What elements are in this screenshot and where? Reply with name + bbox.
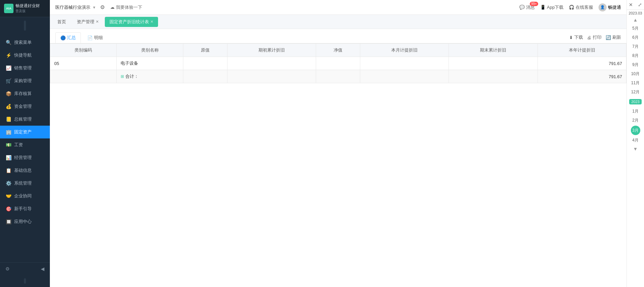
cell-net (316, 57, 360, 70)
sidebar-item-label: 系统管理 (14, 180, 32, 186)
sidebar-item-app-center[interactable]: 🔲 应用中心 (0, 215, 50, 228)
cell-original (183, 57, 227, 70)
subtotal-original (183, 70, 227, 83)
right-panel-expand-icon[interactable]: ⤢ (638, 2, 642, 7)
refresh-label: 刷新 (612, 34, 621, 40)
sidebar-item-search[interactable]: 🔍 搜索菜单 (0, 36, 50, 49)
print-button[interactable]: 🖨 打印 (587, 34, 602, 40)
month-item[interactable]: 2月 (631, 116, 640, 125)
panel-up-icon[interactable]: ▲ (632, 16, 639, 24)
col-name: 类别名称 (116, 44, 183, 57)
tab-label: 首页 (57, 19, 66, 25)
operations-icon: 📊 (5, 155, 11, 161)
summary-tab-icon: 🔵 (60, 35, 66, 40)
sidebar-item-purchase[interactable]: 🛒 采购管理 (0, 74, 50, 87)
main-area: 医疗器械行业演示 ▼ ⚙ ☁ 我要体验一下 💬 消息 99+ 📱 App下载 🎧… (50, 0, 626, 287)
sidebar-item-quick-nav[interactable]: ⚡ 快捷导航 (0, 49, 50, 62)
customer-service-icon: 🎧 (569, 5, 574, 10)
search-icon: 🔍 (5, 39, 11, 45)
enterprise-icon: 🤝 (5, 193, 11, 199)
col-monthly: 本月计提折旧 (360, 44, 449, 57)
topbar-settings-icon[interactable]: ⚙ (100, 4, 105, 10)
messages-badge: 99+ (530, 2, 538, 6)
messages-button[interactable]: 💬 消息 99+ (519, 4, 535, 10)
company-dropdown-icon: ▼ (92, 5, 96, 9)
month-item[interactable]: 7月 (631, 42, 640, 51)
tab-close-icon[interactable]: ✕ (96, 20, 99, 24)
sidebar-scrollbar-down[interactable] (24, 278, 26, 284)
month-item[interactable]: 4月 (631, 136, 640, 145)
tab-home[interactable]: 首页 (53, 17, 71, 27)
print-icon: 🖨 (587, 35, 591, 40)
ledger-icon: 📒 (5, 116, 11, 122)
month-item[interactable]: 5月 (631, 24, 640, 33)
sidebar-header: AtA 畅捷通好业财 普及版 (0, 0, 50, 17)
sidebar-scrollbar-up[interactable] (24, 21, 26, 31)
user-menu[interactable]: 👤 畅捷通 (599, 3, 621, 11)
username-label: 畅捷通 (608, 4, 621, 10)
user-avatar: 👤 (599, 3, 607, 11)
month-item[interactable]: 6月 (631, 33, 640, 42)
app-download-button[interactable]: 📱 App下载 (540, 4, 563, 10)
sidebar-item-basic-info[interactable]: 📋 基础信息 (0, 164, 50, 177)
experience-button[interactable]: ☁ 我要体验一下 (110, 4, 142, 10)
cell-annual: 791.67 (538, 57, 626, 70)
month-item[interactable]: 1月 (631, 107, 640, 116)
company-selector[interactable]: 医疗器械行业演示 ▼ (55, 4, 96, 10)
month-item[interactable]: 10月 (631, 69, 640, 78)
sidebar-item-label: 采购管理 (14, 78, 32, 84)
subtotal-net (316, 70, 360, 83)
tab-asset-mgmt[interactable]: 资产管理✕ (72, 17, 103, 27)
refresh-button[interactable]: 🔄 刷新 (606, 34, 621, 40)
depreciation-table: 类别编码 类别名称 原值 期初累计折旧 净值 本月计提折旧 期末累计折旧 本年计… (50, 43, 626, 83)
sidebar-item-label: 总账管理 (14, 116, 32, 122)
tab-label: 资产管理 (77, 19, 94, 25)
logo-icon: AtA (4, 4, 13, 13)
cell-code: 05 (50, 57, 117, 70)
right-panel-close-icon[interactable]: ✕ (629, 2, 633, 7)
collapse-icon[interactable]: ◀ (41, 266, 44, 272)
col-initial-accum: 期初累计折旧 (227, 44, 316, 57)
right-panel-content: 2023.03 ▲ 5月6月7月8月9月10月11月12月 2023 1月2月3… (627, 10, 644, 287)
sidebar-item-sales[interactable]: 📈 销售管理 (0, 62, 50, 74)
settings-icon[interactable]: ⚙ (5, 266, 10, 272)
basic-info-icon: 📋 (5, 167, 11, 173)
sidebar-item-guide[interactable]: 🎯 新手引导 (0, 202, 50, 215)
current-month-item[interactable]: 3月 (631, 126, 640, 135)
tab-close-icon[interactable]: ✕ (150, 20, 153, 24)
sidebar-item-fixed-assets[interactable]: 🏢 固定资产 (0, 126, 50, 138)
year-tag[interactable]: 2023 (629, 99, 641, 104)
download-button[interactable]: ⬇ 下载 (569, 34, 583, 40)
tab-summary[interactable]: 🔵 汇总 (55, 32, 81, 43)
customer-service-button[interactable]: 🎧 在线客服 (569, 4, 593, 10)
sidebar-item-finance[interactable]: 💰 资金管理 (0, 100, 50, 113)
col-original: 原值 (183, 44, 227, 57)
sub-tabs: 🔵 汇总 📄 明细 ⬇ 下载 🖨 打印 🔄 刷新 (50, 29, 626, 43)
panel-down-icon[interactable]: ▼ (632, 145, 639, 153)
tab-detail[interactable]: 📄 明细 (82, 32, 108, 43)
sidebar-title: 畅捷通好业财 (16, 3, 40, 9)
month-item[interactable]: 9月 (631, 60, 640, 69)
sidebar-item-inventory[interactable]: 📦 库存核算 (0, 87, 50, 100)
download-icon: ⬇ (569, 35, 573, 40)
sidebar: AtA 畅捷通好业财 普及版 🔍 搜索菜单 ⚡ 快捷导航 📈 销售管理 🛒 采购… (0, 0, 50, 287)
subtotal-monthly (360, 70, 449, 83)
subtotal-initial (227, 70, 316, 83)
month-item[interactable]: 12月 (631, 88, 640, 97)
sidebar-item-ledger[interactable]: 📒 总账管理 (0, 113, 50, 126)
download-label: 下载 (574, 34, 583, 40)
app-download-label: App下载 (547, 4, 563, 10)
sidebar-item-payroll[interactable]: 💵 工资 (0, 138, 50, 151)
refresh-icon: 🔄 (606, 35, 611, 40)
right-panel: ✕ ⤢ 2023.03 ▲ 5月6月7月8月9月10月11月12月 2023 1… (626, 0, 644, 287)
finance-icon: 💰 (5, 103, 11, 109)
sidebar-item-operations[interactable]: 📊 经营管理 (0, 151, 50, 164)
tab-depreciation[interactable]: 固定资产折旧统计表✕ (105, 17, 158, 27)
sidebar-item-system[interactable]: ⚙️ 系统管理 (0, 177, 50, 190)
month-item[interactable]: 8月 (631, 51, 640, 60)
sidebar-item-enterprise[interactable]: 🤝 企业协同 (0, 190, 50, 202)
cell-end-accum (449, 57, 538, 70)
month-item[interactable]: 11月 (631, 78, 640, 88)
system-icon: ⚙️ (5, 180, 11, 186)
tabbar: 首页资产管理✕固定资产折旧统计表✕ (50, 15, 626, 29)
